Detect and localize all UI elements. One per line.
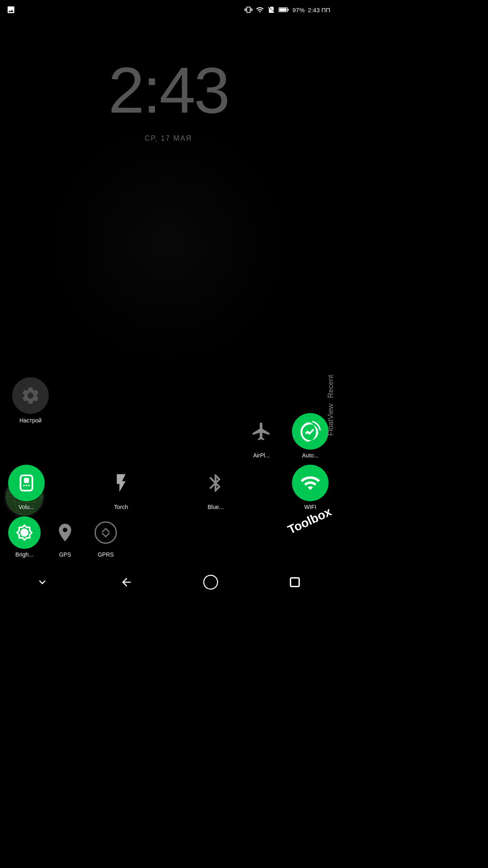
airplane-label: AirPl...: [253, 452, 270, 459]
qs-row-1: AirPl... Auto...: [8, 413, 329, 459]
gps-label: GPS: [59, 551, 71, 558]
floatview-label[interactable]: FloatView: [327, 404, 335, 436]
volume-icon: [16, 473, 37, 493]
home-icon: [203, 574, 218, 590]
qs-row-3: Brigh... GPS GPRS: [8, 516, 329, 558]
svg-rect-14: [290, 578, 299, 586]
brightness-icon: [15, 524, 33, 542]
autorotate-item[interactable]: Auto...: [292, 413, 329, 459]
nav-back-button[interactable]: [114, 570, 139, 594]
brightness-label: Brigh...: [15, 551, 33, 558]
bluetooth-label: Blue...: [207, 504, 224, 510]
svg-rect-8: [24, 478, 29, 483]
chevron-down-icon: [36, 576, 49, 589]
autorotate-icon-wrap: [292, 413, 329, 450]
settings-icon-bg: [12, 377, 49, 414]
torch-item[interactable]: Torch: [103, 465, 139, 510]
gps-item[interactable]: GPS: [49, 516, 81, 558]
gprs-icon: [94, 520, 118, 545]
nav-home-button[interactable]: [198, 570, 223, 594]
svg-point-13: [204, 575, 218, 589]
svg-point-12: [95, 522, 116, 543]
clock-display: 2:43: [0, 53, 337, 128]
airplane-icon-wrap: [243, 413, 280, 450]
bluetooth-item[interactable]: Blue...: [197, 465, 234, 510]
recent-label[interactable]: Recent: [327, 375, 335, 398]
settings-gear-icon: [20, 385, 41, 406]
airplane-item[interactable]: AirPl...: [243, 413, 280, 459]
nav-bar: [0, 566, 337, 598]
torch-label: Torch: [114, 504, 128, 510]
gprs-icon-wrap: [89, 516, 122, 549]
volume-item[interactable]: Volu...: [8, 465, 45, 510]
qs-row-2: Volu... Torch Blue...: [8, 465, 329, 510]
battery-icon: [279, 6, 289, 14]
right-labels: Recent FloatView: [327, 375, 337, 436]
bluetooth-icon-wrap: [197, 465, 234, 501]
quick-settings-area: AirPl... Auto...: [0, 413, 337, 562]
gprs-item[interactable]: GPRS: [89, 516, 122, 558]
volume-label: Volu...: [19, 504, 35, 510]
volume-icon-wrap: [8, 465, 45, 501]
no-sim-icon: [267, 6, 275, 14]
status-bar: 97% 2:43 ПП: [0, 0, 337, 20]
vibrate-icon: [244, 6, 253, 14]
airplane-icon: [251, 421, 272, 442]
wifi-icon-wrap: [292, 465, 329, 501]
wifi-status-icon: [256, 6, 264, 14]
clock-date: СР, 17 МАЯ: [0, 134, 337, 143]
svg-rect-10: [26, 485, 27, 486]
bluetooth-icon: [205, 472, 226, 494]
svg-rect-1: [288, 9, 289, 11]
status-left-icons: [7, 5, 15, 14]
autorotate-label: Auto...: [302, 452, 318, 459]
gps-icon-wrap: [49, 516, 81, 549]
wifi-icon: [300, 472, 321, 494]
photo-icon: [7, 5, 15, 14]
status-right-icons: 97% 2:43 ПП: [244, 6, 330, 14]
nav-recents-button[interactable]: [283, 570, 307, 594]
brightness-icon-wrap: [8, 516, 41, 549]
gps-icon: [54, 522, 76, 543]
recents-icon: [288, 576, 301, 589]
clock-status: 2:43 ПП: [308, 7, 330, 13]
svg-rect-9: [23, 485, 25, 486]
torch-icon: [111, 472, 132, 494]
toolbox-area[interactable]: Toolbox: [287, 503, 337, 517]
battery-percent: 97%: [292, 7, 305, 13]
svg-rect-2: [279, 9, 287, 11]
torch-icon-wrap: [103, 465, 139, 501]
svg-rect-11: [28, 485, 30, 486]
gprs-label: GPRS: [98, 551, 114, 558]
autorotate-icon: [300, 421, 321, 442]
nav-down-button[interactable]: [30, 570, 54, 594]
back-icon: [120, 576, 133, 589]
brightness-item[interactable]: Brigh...: [8, 516, 41, 558]
